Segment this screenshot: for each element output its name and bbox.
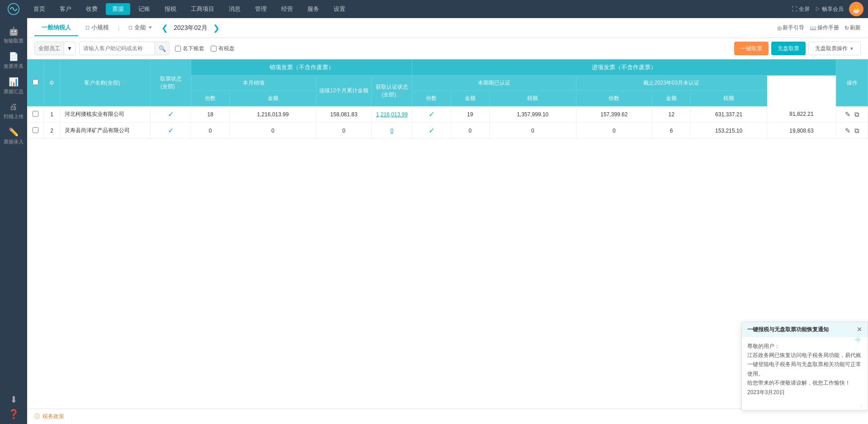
user-avatar[interactable]: 🐣 (849, 2, 863, 16)
search-box[interactable]: 🔍 (79, 42, 170, 55)
ops-dropdown-icon: ▼ (849, 46, 854, 51)
ticket-status-filter-icon[interactable]: ▼ (176, 84, 181, 89)
row-cert-status: ✓ (412, 123, 451, 139)
checkbox-has-disk-input[interactable] (211, 46, 217, 52)
checkbox-own-accounts-input[interactable] (175, 46, 181, 52)
row-cumulative[interactable]: 0 (372, 123, 412, 139)
sidebar-item-ticket-summary[interactable]: 📊 票据汇总 (0, 73, 27, 99)
nav-client[interactable]: 客户 (53, 3, 78, 15)
no-disk-ticket-btn[interactable]: 无盘取票 (771, 42, 806, 55)
nav-fee[interactable]: 收费 (80, 3, 104, 15)
edit-icon[interactable]: ✎ (845, 110, 851, 119)
th-sales-group: 销项发票（不含作废票） (191, 60, 412, 76)
tax-policy-link[interactable]: 税务政策 (42, 413, 64, 420)
row-customer-name: 河北柯搂梳实业有限公司 (60, 106, 151, 123)
row-purchase-cert-count: 19 (451, 106, 489, 123)
checkbox-has-disk[interactable]: 有税盘 (211, 45, 235, 52)
row-purchase-uncert-amount: 631,337.21 (691, 106, 767, 123)
nav-operation[interactable]: 经营 (275, 3, 299, 15)
search-input[interactable] (80, 42, 155, 55)
edit-icon[interactable]: ✎ (845, 127, 851, 135)
notification-popup: 一键报税与无盘取票功能恢复通知 ✕ ✦ 尊敬的用户：江苏政务网已恢复访问电子税务… (741, 322, 868, 410)
copy-icon[interactable]: ⧉ (854, 110, 859, 119)
row-purchase-uncert-tax: 81,822.21 (767, 106, 836, 123)
fullscreen-btn[interactable]: ⛶ 全屏 (792, 5, 809, 13)
sidebar-item-smart-ticket[interactable]: 🤖 智能取票 (0, 23, 27, 48)
th-purchase-uncert-amount: 金额 (652, 91, 691, 106)
nav-settings[interactable]: 设置 (327, 3, 352, 15)
row-purchase-uncert-count: 6 (652, 123, 691, 139)
customer-filter-icon[interactable]: ▼ (122, 81, 126, 86)
small-scale-icon: ◻ (85, 24, 90, 30)
checkbox-group: 名下账套 有税盘 (175, 45, 235, 52)
row-purchase-cert-tax: 0 (576, 123, 652, 139)
one-click-ticket-btn[interactable]: 一键取票 (734, 42, 769, 55)
sidebar-label-ticket-entry: 票据录入 (4, 138, 24, 145)
table-row: 1 河北柯搂梳实业有限公司 ✓ 18 1,216,013.99 158,081.… (28, 106, 868, 123)
sidebar-item-invoice-open[interactable]: 📄 发票开具 (0, 48, 27, 73)
th-purchase-uncert-tax: 税额 (691, 91, 767, 106)
tab-all[interactable]: ◻ 全能 ▼ (121, 20, 160, 36)
notif-close-btn[interactable]: ✕ (857, 326, 862, 333)
th-sales-count: 份数 (191, 91, 230, 106)
download-icon[interactable]: ⬇ (10, 394, 18, 405)
member-btn[interactable]: ▷ 畅享会员 (815, 5, 844, 13)
table-body: 1 河北柯搂梳实业有限公司 ✓ 18 1,216,013.99 158,081.… (28, 106, 868, 139)
nav-invoice[interactable]: 票据 (106, 3, 130, 15)
row-purchase-uncert-amount: 153,215.10 (691, 123, 767, 139)
employee-filter[interactable]: 全部员工 ▼ (34, 42, 75, 55)
next-month-btn[interactable]: ❯ (211, 22, 222, 34)
row-actions: ✎ ⧉ (836, 123, 868, 139)
row-checkbox[interactable] (28, 106, 44, 123)
manual-btn[interactable]: 📖 操作手册 (810, 24, 839, 32)
new-user-guide-btn[interactable]: ◎ 新手引导 (777, 24, 804, 32)
row-checkbox-input[interactable] (33, 111, 38, 117)
cert-status-filter-icon[interactable]: ▼ (397, 92, 402, 97)
select-all-checkbox[interactable] (33, 79, 38, 85)
top-nav: 首页 客户 收费 票据 记账 报税 工商项目 消息 管理 经营 服务 设置 ⛶ … (0, 0, 868, 18)
th-uncertified: 截止2023年03月未认证 (576, 76, 767, 91)
sidebar-label-invoice-open: 发票开具 (4, 63, 24, 70)
th-purchase-cert-tax: 税额 (489, 91, 576, 106)
sidebar-item-ticket-entry[interactable]: ✏️ 票据录入 (0, 124, 27, 149)
notif-title: 一键报税与无盘取票功能恢复通知 (747, 326, 829, 333)
no-disk-ops-btn[interactable]: 无盘取票操作 ▼ (808, 42, 861, 55)
cert-status-icon: ✓ (429, 127, 434, 134)
logo-icon[interactable] (5, 0, 23, 18)
th-purchase-cert-amount: 金额 (451, 91, 489, 106)
row-checkbox[interactable] (28, 123, 44, 139)
copy-icon[interactable]: ⧉ (854, 127, 859, 135)
row-sales-tax: 158,081.83 (316, 106, 371, 123)
row-checkbox-input[interactable] (33, 127, 38, 133)
notif-body: 尊敬的用户：江苏政务网已恢复访问电子税务局功能，易代账一键登陆电子税务局与无盘取… (742, 337, 868, 401)
nav-tax[interactable]: 报税 (158, 3, 183, 15)
nav-message[interactable]: 消息 (222, 3, 247, 15)
action-buttons: 一键取票 无盘取票 无盘取票操作 ▼ (734, 42, 861, 55)
footer-bar: ⓘ 税务政策 (27, 409, 868, 424)
th-sales-amount: 金额 (230, 91, 316, 106)
prev-month-btn[interactable]: ❮ (160, 22, 170, 34)
row-cumulative[interactable]: 1,216,013.99 (372, 106, 412, 123)
refresh-btn[interactable]: ↻ 刷新 (844, 24, 861, 32)
sidebar-item-scan-upload[interactable]: 🖨 扫描上传 (0, 99, 27, 124)
nav-manage[interactable]: 管理 (249, 3, 273, 15)
ticket-summary-icon: 📊 (9, 77, 19, 87)
row-purchase-uncert-tax: 19,808.63 (767, 123, 836, 139)
search-button[interactable]: 🔍 (155, 42, 170, 55)
tab-general-taxpayer[interactable]: 一般纳税人 (34, 20, 78, 36)
date-navigation: ❮ 2023年02月 ❯ (160, 22, 222, 34)
nav-right: ⛶ 全屏 ▷ 畅享会员 🐣 (792, 2, 863, 16)
sidebar-label-ticket-summary: 票据汇总 (4, 88, 24, 95)
tab-small-scale[interactable]: ◻ 小规模 (78, 20, 116, 36)
th-period-certified: 本期期已认证 (412, 76, 576, 91)
table-row: 2 灵寿县尚泽矿产品有限公司 ✓ 0 0 0 0 ✓ 0 0 0 6 153,2… (28, 123, 868, 139)
nav-service[interactable]: 服务 (301, 3, 326, 15)
checkbox-own-accounts[interactable]: 名下账套 (175, 45, 204, 52)
nav-business[interactable]: 工商项目 (184, 3, 221, 15)
sidebar-label-scan-upload: 扫描上传 (4, 113, 24, 120)
nav-home[interactable]: 首页 (27, 3, 52, 15)
employee-filter-value[interactable]: ▼ (64, 42, 75, 55)
sub-tabs-bar: 一般纳税人 ◻ 小规模 | ◻ 全能 ▼ ❮ 2023年02月 ❯ ◎ 新手引导… (27, 18, 868, 38)
help-icon[interactable]: ❓ (8, 409, 19, 419)
nav-bookkeep[interactable]: 记账 (132, 3, 156, 15)
